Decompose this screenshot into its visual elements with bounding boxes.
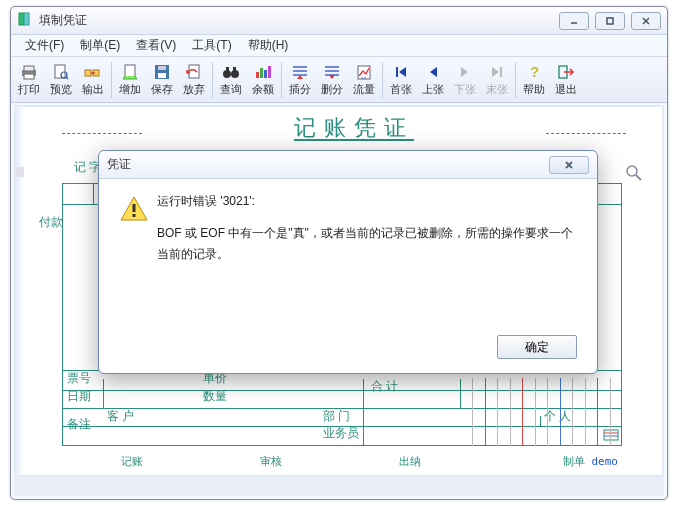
ok-button[interactable]: 确定 [497,335,577,359]
svg-rect-18 [189,65,199,78]
first-icon [391,62,411,82]
svg-line-11 [66,77,68,79]
piaohao-label: 票号 [67,370,91,387]
help-icon: ? [524,62,544,82]
menu-view[interactable]: 查看(V) [128,35,184,56]
footer-user: demo [592,455,619,468]
footer-jz: 记账 [62,454,201,470]
tool-balance[interactable]: 余额 [247,59,279,101]
shuliang-label: 数量 [203,388,227,405]
svg-rect-21 [226,67,229,72]
footer-cn: 出纳 [340,454,479,470]
kehu-label: 客 户 [107,408,134,425]
flow-icon [354,62,374,82]
tool-preview[interactable]: 预览 [45,59,77,101]
svg-rect-23 [256,72,259,78]
svg-rect-3 [607,18,613,24]
tool-abandon[interactable]: 放弃 [178,59,210,101]
amount-columns [472,378,622,446]
svg-rect-38 [133,214,136,217]
dialog-close-button[interactable] [549,156,589,174]
tool-next: 下张 [449,59,481,101]
window-title: 填制凭证 [39,12,559,29]
last-icon [487,62,507,82]
svg-rect-24 [260,68,263,78]
tool-delete[interactable]: 删分 [316,59,348,101]
error-desc-line: BOF 或 EOF 中有一个是"真"，或者当前的记录已被删除，所需的操作要求一个… [157,223,577,264]
maximize-button[interactable] [595,12,625,30]
tool-prev[interactable]: 上张 [417,59,449,101]
tool-exit[interactable]: 退出 [550,59,582,101]
chart-icon [253,62,273,82]
close-button[interactable] [631,12,661,30]
title-bar[interactable]: 填制凭证 [11,7,667,35]
tool-insert[interactable]: 插分 [284,59,316,101]
delete-row-icon [322,62,342,82]
svg-rect-37 [133,204,136,212]
svg-rect-0 [19,13,24,25]
menu-bar: 文件(F) 制单(E) 查看(V) 工具(T) 帮助(H) [11,35,667,57]
decorative-dash [546,133,626,134]
fukuan-label: 付款 [39,214,63,231]
minimize-button[interactable] [559,12,589,30]
tool-add[interactable]: 增加 [114,59,146,101]
voucher-title: 记账凭证 [62,113,646,143]
yewuyuan-label: 业务员 [323,425,359,442]
exit-icon [556,62,576,82]
insert-row-icon [290,62,310,82]
svg-rect-12 [85,70,91,76]
warning-icon [119,191,157,323]
svg-point-30 [627,166,637,176]
heji-label: 合 计 [371,378,398,395]
prev-icon [423,62,443,82]
toolbar: 打印 预览 输出 增加 保存 放弃 查询 余额 插分 删分 流量 首张 上张 下… [11,57,667,103]
bumen-label: 部 门 [323,408,350,425]
output-icon [83,62,103,82]
decorative-dash [62,133,142,134]
printer-icon [19,62,39,82]
tool-help[interactable]: ?帮助 [518,59,550,101]
save-icon [152,62,172,82]
error-code-line: 运行时错误 '3021': [157,191,577,211]
footer-sh: 审核 [201,454,340,470]
error-dialog: 凭证 运行时错误 '3021': BOF 或 EOF 中有一个是"真"，或者当前… [98,150,598,374]
tool-save[interactable]: 保存 [146,59,178,101]
preview-icon [51,62,71,82]
beizhu-label: 备注 [67,416,91,433]
svg-rect-26 [268,66,271,78]
footer-zd: 制单 [563,455,585,467]
add-icon [120,62,140,82]
svg-rect-17 [158,66,166,70]
app-icon [17,11,33,31]
menu-help[interactable]: 帮助(H) [240,35,297,56]
menu-tools[interactable]: 工具(T) [184,35,239,56]
tool-flow[interactable]: 流量 [348,59,380,101]
status-bar [14,477,664,496]
tool-first[interactable]: 首张 [385,59,417,101]
svg-text:?: ? [530,64,539,80]
menu-file[interactable]: 文件(F) [17,35,72,56]
svg-rect-25 [264,70,267,78]
next-icon [455,62,475,82]
abandon-icon [184,62,204,82]
svg-rect-16 [158,73,166,78]
svg-rect-7 [24,66,34,71]
binoculars-icon [221,62,241,82]
dialog-message: 运行时错误 '3021': BOF 或 EOF 中有一个是"真"，或者当前的记录… [157,191,577,323]
tool-last: 末张 [481,59,513,101]
svg-line-31 [636,175,641,180]
left-scroll-handle[interactable] [16,167,24,177]
tool-output[interactable]: 输出 [77,59,109,101]
svg-rect-1 [24,13,29,25]
tool-print[interactable]: 打印 [13,59,45,101]
tool-query[interactable]: 查询 [215,59,247,101]
dialog-title: 凭证 [107,156,549,173]
dialog-titlebar[interactable]: 凭证 [99,151,597,179]
svg-rect-22 [233,67,236,72]
svg-rect-8 [24,74,34,79]
menu-make[interactable]: 制单(E) [72,35,128,56]
magnifier-icon[interactable] [626,165,642,184]
voucher-footer: 记账 审核 出纳 制单 demo [62,454,622,470]
riqi-label: 日期 [67,388,91,405]
jizi-label: 记 字 [74,159,101,176]
